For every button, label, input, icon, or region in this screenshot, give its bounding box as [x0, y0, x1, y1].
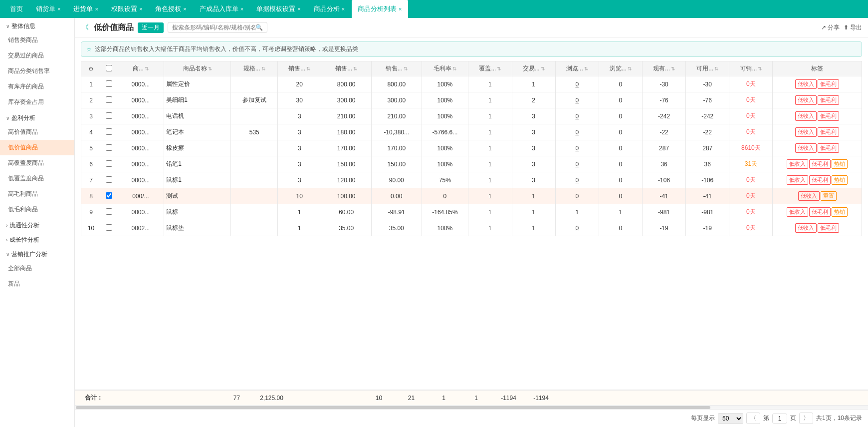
sales-qty-col-header[interactable]: 销售...⇅: [278, 61, 321, 76]
collapse-sidebar-button[interactable]: 《: [81, 22, 90, 33]
search-icon[interactable]: 🔍: [255, 24, 263, 31]
row-checkbox[interactable]: [101, 140, 117, 156]
sidebar-item-goods-with-stock[interactable]: 有库序的商品: [0, 79, 74, 94]
sidebar-item-stock-capital[interactable]: 库存资金占用: [0, 94, 74, 110]
nav-home[interactable]: 首页: [4, 0, 29, 18]
row-views1[interactable]: 0: [555, 188, 599, 204]
row-checkbox[interactable]: [101, 220, 117, 236]
row-views1[interactable]: 0: [555, 220, 599, 236]
row-views1[interactable]: 0: [555, 124, 599, 140]
sidebar-item-category-sales-rate[interactable]: 商品分类销售率: [0, 63, 74, 79]
nav-product-analysis[interactable]: 商品分析 ×: [308, 0, 351, 18]
row-select-checkbox[interactable]: [106, 224, 112, 231]
horizontal-scrollbar-area[interactable]: [75, 405, 868, 409]
transactions-col-header[interactable]: 交易...⇅: [512, 61, 555, 76]
views2-col-header[interactable]: 浏览...⇅: [599, 61, 642, 76]
nav-permissions[interactable]: 权限设置 ×: [105, 0, 148, 18]
nav-close-purchase-order[interactable]: ×: [95, 6, 98, 12]
row-checkbox[interactable]: [101, 188, 117, 204]
row-select-checkbox[interactable]: [106, 192, 112, 199]
sidebar-item-low-coverage[interactable]: 低覆盖度商品: [0, 171, 74, 186]
select-all-checkbox[interactable]: [106, 65, 112, 71]
next-page-button[interactable]: 〉: [799, 413, 813, 424]
views1-link[interactable]: 0: [575, 97, 579, 104]
row-views1[interactable]: 1: [555, 204, 599, 220]
row-select-checkbox[interactable]: [106, 160, 112, 167]
per-page-select[interactable]: 50 100 200: [718, 413, 743, 424]
views1-link[interactable]: 0: [575, 177, 579, 184]
nav-sales-order[interactable]: 销货单 ×: [30, 0, 66, 18]
sidebar-group-profit-title[interactable]: ∨ 盈利分析: [0, 110, 74, 124]
row-views1[interactable]: 0: [555, 76, 599, 92]
views1-link[interactable]: 0: [575, 81, 579, 88]
tags-col-header[interactable]: 标签: [773, 61, 862, 76]
views1-link[interactable]: 1: [575, 209, 579, 216]
sales-amt-col-header[interactable]: 销售...⇅: [321, 61, 372, 76]
row-views1[interactable]: 0: [555, 92, 599, 108]
views1-link[interactable]: 0: [575, 225, 579, 232]
row-views1[interactable]: 0: [555, 172, 599, 188]
views1-link[interactable]: 0: [575, 145, 579, 152]
nav-close-role-auth[interactable]: ×: [183, 6, 186, 12]
nav-template-settings[interactable]: 单据模板设置 ×: [250, 0, 306, 18]
views1-col-header[interactable]: 浏览...⇅: [555, 61, 599, 76]
row-select-checkbox[interactable]: [106, 112, 112, 119]
settings-col-header[interactable]: ⚙: [81, 61, 101, 76]
nav-purchase-order[interactable]: 进货单 ×: [67, 0, 104, 18]
row-select-checkbox[interactable]: [106, 128, 112, 135]
row-checkbox[interactable]: [101, 76, 117, 92]
sidebar-item-new-goods[interactable]: 新品: [0, 276, 74, 292]
views1-link[interactable]: 0: [575, 161, 579, 168]
row-views1[interactable]: 0: [555, 140, 599, 156]
nav-close-product-analysis-list[interactable]: ×: [399, 6, 402, 12]
nav-close-sales-order[interactable]: ×: [57, 6, 60, 12]
sidebar-item-high-coverage[interactable]: 高覆盖度商品: [0, 155, 74, 171]
row-views1[interactable]: 0: [555, 108, 599, 124]
stock-avail-col-header[interactable]: 可用...⇅: [686, 61, 729, 76]
row-checkbox[interactable]: [101, 204, 117, 220]
stock-sell-col-header[interactable]: 可销...⇅: [729, 61, 773, 76]
row-select-checkbox[interactable]: [106, 208, 112, 215]
sidebar-item-high-margin[interactable]: 高毛利商品: [0, 186, 74, 202]
nav-finished-goods[interactable]: 产成品入库单 ×: [194, 0, 249, 18]
export-button[interactable]: ⬆ 导出: [844, 23, 862, 32]
nav-product-analysis-list[interactable]: 商品分析列表 ×: [352, 0, 408, 18]
row-views1[interactable]: 0: [555, 156, 599, 172]
code-col-header[interactable]: 商...⇅: [117, 61, 164, 76]
share-button[interactable]: ↗ 分享: [821, 23, 840, 32]
views1-link[interactable]: 0: [575, 129, 579, 136]
sidebar-group-overall-title[interactable]: ∨ 整体信息: [0, 18, 74, 32]
nav-close-template-settings[interactable]: ×: [297, 6, 300, 12]
gross-rate-col-header[interactable]: 毛利率⇅: [422, 61, 468, 76]
nav-close-finished-goods[interactable]: ×: [240, 6, 243, 12]
nav-close-permissions[interactable]: ×: [139, 6, 142, 12]
row-checkbox[interactable]: [101, 108, 117, 124]
views1-link[interactable]: 0: [575, 113, 579, 120]
row-checkbox[interactable]: [101, 156, 117, 172]
sidebar-item-traded-goods[interactable]: 交易过的商品: [0, 48, 74, 63]
name-col-header[interactable]: 商品名称⇅: [164, 61, 231, 76]
views1-link[interactable]: 0: [575, 193, 579, 200]
spec-col-header[interactable]: 规格...⇅: [231, 61, 278, 76]
filter-recent-month-button[interactable]: 近一月: [138, 22, 164, 33]
row-checkbox[interactable]: [101, 124, 117, 140]
sidebar-item-high-value[interactable]: 高价值商品: [0, 124, 74, 140]
nav-close-product-analysis[interactable]: ×: [342, 6, 345, 12]
sidebar-item-all-goods[interactable]: 全部商品: [0, 261, 74, 276]
sidebar-item-low-margin[interactable]: 低毛利商品: [0, 202, 74, 217]
nav-role-auth[interactable]: 角色授权 ×: [149, 0, 192, 18]
row-select-checkbox[interactable]: [106, 176, 112, 183]
row-select-checkbox[interactable]: [106, 96, 112, 103]
sidebar-item-sales-goods[interactable]: 销售类商品: [0, 32, 74, 48]
sidebar-group-flow-title[interactable]: › 流通性分析: [0, 217, 74, 232]
sales-cost-col-header[interactable]: 销售...⇅: [371, 61, 422, 76]
sidebar-group-marketing-title[interactable]: ∨ 营销推广分析: [0, 246, 74, 261]
sidebar-item-low-value[interactable]: 低价值商品: [0, 140, 74, 155]
sidebar-group-growth-title[interactable]: › 成长性分析: [0, 232, 74, 246]
checkbox-col-header[interactable]: [101, 61, 117, 76]
row-select-checkbox[interactable]: [106, 80, 112, 87]
coverage-col-header[interactable]: 覆盖...⇅: [468, 61, 512, 76]
stock-current-col-header[interactable]: 现有...⇅: [643, 61, 686, 76]
row-checkbox[interactable]: [101, 172, 117, 188]
page-number-input[interactable]: [772, 414, 787, 424]
